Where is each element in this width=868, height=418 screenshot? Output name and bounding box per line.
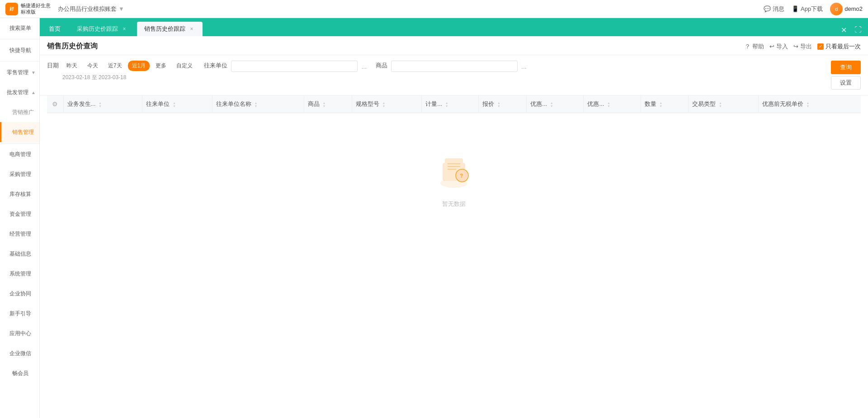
export-button[interactable]: ↪ 导出 <box>793 43 812 51</box>
sidebar-item-search-menu[interactable]: 搜索菜单 <box>0 18 39 38</box>
guide-label: 新手引导 <box>9 310 31 318</box>
sales-mgmt-label: 销售管理 <box>12 128 34 136</box>
sidebar-item-app-center[interactable]: 应用中心 <box>0 323 39 343</box>
sidebar-item-vip[interactable]: 畅会员 <box>0 363 39 383</box>
empty-state-text: 暂无数据 <box>442 200 466 208</box>
purchase-label: 采购管理 <box>9 171 31 178</box>
operation-label: 经营管理 <box>9 230 31 238</box>
th-qty[interactable]: 数量 ▲▼ <box>641 95 689 113</box>
sidebar-item-marketing[interactable]: 营销推广 <box>0 102 39 122</box>
th-unit[interactable]: 计量... ▲▼ <box>422 95 479 113</box>
th-goods[interactable]: 商品 ▲▼ <box>304 95 352 113</box>
import-button[interactable]: ↩ 导入 <box>769 43 788 51</box>
tab-sales-history[interactable]: 销售历史价跟踪 × <box>137 22 203 36</box>
user-area[interactable]: d demo2 <box>830 3 863 15</box>
th-spec[interactable]: 规格型号 ▲▼ <box>352 95 422 113</box>
sidebar: 搜索菜单 快捷导航 零售管理 ▼ 批发管理 ▲ 营销推广 销售管理 电商管理 采… <box>0 18 40 418</box>
sidebar-item-retail-mgmt[interactable]: 零售管理 ▼ <box>0 62 39 82</box>
sort-icon-trade-type: ▲▼ <box>719 101 722 108</box>
close-all-tabs-button[interactable]: ✕ <box>837 24 850 36</box>
partner-filter-label: 往来单位 <box>204 61 227 70</box>
sort-icon-biz-date: ▲▼ <box>99 101 102 108</box>
date-btn-yesterday[interactable]: 昨天 <box>62 61 81 71</box>
th-partner-code[interactable]: 往来单位 ▲▼ <box>142 95 212 113</box>
th-quote[interactable]: 报价 ▲▼ <box>479 95 527 113</box>
th-biz-date[interactable]: 业务发生... ▲▼ <box>63 95 142 113</box>
sort-icon-unit: ▲▼ <box>445 101 448 108</box>
date-buttons: 昨天 今天 近7天 近1月 更多 自定义 <box>62 61 197 71</box>
user-name-label: demo2 <box>844 5 863 12</box>
sidebar-item-sales-mgmt[interactable]: 销售管理 <box>0 122 39 142</box>
sidebar-item-inventory[interactable]: 库存核算 <box>0 184 39 204</box>
table-gear-icon[interactable]: ⚙ <box>52 100 58 108</box>
sort-icon-goods: ▲▼ <box>323 101 326 108</box>
sidebar-item-guide[interactable]: 新手引导 <box>0 304 39 323</box>
fullscreen-button[interactable]: ⛶ <box>852 24 864 36</box>
th-discount1[interactable]: 优惠... ▲▼ <box>527 95 584 113</box>
sidebar-divider-3 <box>0 143 39 143</box>
date-btn-custom[interactable]: 自定义 <box>172 61 197 71</box>
sidebar-item-quick-nav[interactable]: 快捷导航 <box>0 40 39 60</box>
sidebar-item-finance[interactable]: 资金管理 <box>0 204 39 224</box>
sidebar-item-basic-info[interactable]: 基础信息 <box>0 244 39 264</box>
svg-text:?: ? <box>460 173 463 179</box>
export-icon: ↪ <box>793 43 798 50</box>
filter-area: 日期 昨天 今天 近7天 近1月 更多 自定义 2023-02-18 至 202… <box>40 55 868 95</box>
sidebar-item-wechat[interactable]: 企业微信 <box>0 343 39 363</box>
only-last-checkbox-label[interactable]: ✓ 只看最后一次 <box>817 43 861 51</box>
sidebar-divider-2 <box>0 61 39 62</box>
tab-sales-history-label: 销售历史价跟踪 <box>144 25 185 33</box>
help-icon: ？ <box>745 43 750 51</box>
date-btn-today[interactable]: 今天 <box>83 61 102 71</box>
system-label: 系统管理 <box>9 270 31 278</box>
query-button[interactable]: 查询 <box>831 61 861 74</box>
page-header: 销售历史价查询 ？ 帮助 ↩ 导入 ↪ 导出 <box>40 36 868 55</box>
tab-home[interactable]: 首页 <box>42 22 68 36</box>
help-button[interactable]: ？ 帮助 <box>745 43 764 51</box>
th-discount2[interactable]: 优惠... ▲▼ <box>584 95 641 113</box>
tab-home-label: 首页 <box>49 25 61 33</box>
mobile-icon: 📱 <box>792 5 799 12</box>
th-pre-tax-price[interactable]: 优惠前无税单价 ▲▼ <box>758 95 861 113</box>
th-partner-name[interactable]: 往来单位名称 ▲▼ <box>212 95 304 113</box>
partner-input[interactable] <box>231 61 358 72</box>
marketing-label: 营销推广 <box>12 109 34 116</box>
chat-button[interactable]: 💬 消息 <box>764 5 784 13</box>
sidebar-item-operation[interactable]: 经营管理 <box>0 224 39 244</box>
vip-label: 畅会员 <box>12 370 28 377</box>
tab-sales-history-close[interactable]: × <box>188 25 195 33</box>
sidebar-item-enterprise[interactable]: 企业协同 <box>0 284 39 304</box>
empty-state-icon: ? <box>431 149 476 195</box>
sort-icon-discount2: ▲▼ <box>607 101 610 108</box>
date-btn-1month[interactable]: 近1月 <box>128 61 150 71</box>
sidebar-item-purchase[interactable]: 采购管理 <box>0 164 39 184</box>
wechat-label: 企业微信 <box>9 350 31 357</box>
only-last-checkbox[interactable]: ✓ <box>817 43 824 50</box>
wholesale-mgmt-label: 批发管理 <box>5 89 30 96</box>
sidebar-item-system[interactable]: 系统管理 <box>0 264 39 284</box>
search-menu-label: 搜索菜单 <box>9 24 31 32</box>
filter-settings-button[interactable]: 设置 <box>831 76 861 90</box>
goods-filter-group: 商品 ... <box>376 61 528 72</box>
goods-input[interactable] <box>391 61 518 72</box>
date-btn-7days[interactable]: 近7天 <box>104 61 126 71</box>
tab-purchase-history[interactable]: 采购历史价跟踪 × <box>70 22 135 36</box>
app-download-button[interactable]: 📱 App下载 <box>792 5 823 13</box>
date-btn-more[interactable]: 更多 <box>151 61 170 71</box>
partner-dots-button[interactable]: ... <box>359 62 368 71</box>
goods-dots-button[interactable]: ... <box>519 62 528 71</box>
sidebar-item-wholesale-mgmt[interactable]: 批发管理 ▲ <box>0 82 39 102</box>
tab-purchase-history-close[interactable]: × <box>121 25 128 33</box>
quick-nav-label: 快捷导航 <box>9 47 31 54</box>
app-logo-icon: 好 <box>5 3 18 15</box>
page-title: 销售历史价查询 <box>47 42 98 51</box>
wholesale-mgmt-arrow: ▲ <box>31 90 36 95</box>
partner-input-group: ... <box>231 61 368 72</box>
date-filter-options: 昨天 今天 近7天 近1月 更多 自定义 2023-02-18 至 2023-0… <box>62 61 197 81</box>
app-title-dropdown-icon[interactable]: ▼ <box>118 5 124 12</box>
sidebar-item-ecommerce[interactable]: 电商管理 <box>0 144 39 164</box>
content-area: 首页 采购历史价跟踪 × 销售历史价跟踪 × ✕ ⛶ 销售历史价查询 <box>40 18 868 418</box>
sort-icon-spec: ▲▼ <box>382 101 385 108</box>
header-right: 💬 消息 📱 App下载 d demo2 <box>764 3 863 15</box>
th-trade-type[interactable]: 交易类型 ▲▼ <box>689 95 759 113</box>
